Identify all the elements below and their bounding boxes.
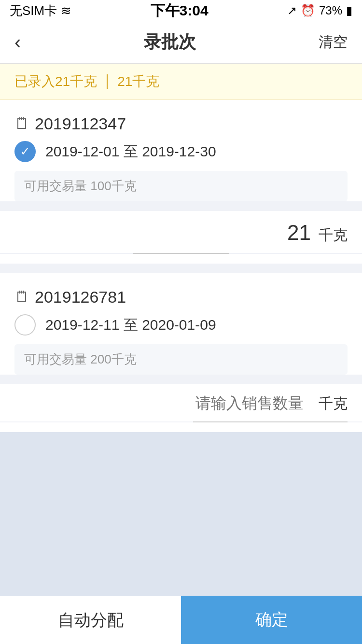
doc-icon-1: 🗒: [14, 115, 30, 133]
batch2-date-range: 2019-12-11 至 2020-01-09: [45, 315, 216, 335]
nav-bar: ‹ 录批次 清空: [0, 21, 362, 64]
clear-button[interactable]: 清空: [319, 32, 348, 52]
doc-icon-2: 🗒: [14, 288, 30, 306]
battery-text: 73%: [319, 4, 342, 17]
batch2-card: 🗒 2019126781 2019-12-11 至 2020-01-09 可用交…: [0, 273, 362, 375]
confirm-button[interactable]: 确定: [181, 596, 362, 644]
batch2-header: 🗒 2019126781: [14, 288, 348, 307]
batch2-unit: 千克: [319, 394, 348, 414]
batch1-card: 🗒 2019112347 ✓ 2019-12-01 至 2019-12-30 可…: [0, 100, 362, 201]
auto-distribute-button[interactable]: 自动分配: [0, 596, 181, 644]
info-divider: [107, 74, 108, 89]
batch1-amount-unit: 千克: [319, 225, 348, 245]
alarm-icon: ⏰: [301, 4, 315, 17]
back-button[interactable]: ‹: [14, 31, 21, 53]
batch2-available-box: 可用交易量 200千克: [14, 344, 348, 375]
batch1-header: 🗒 2019112347: [14, 114, 348, 133]
battery-icon: ▮: [346, 4, 352, 17]
batch1-spacer: [0, 254, 362, 264]
bottom-bar: 自动分配 确定: [0, 596, 362, 644]
recorded-info: 已录入21千克: [14, 72, 97, 91]
batch2-input-row: 千克: [0, 384, 362, 421]
page-title: 录批次: [144, 30, 196, 54]
carrier-text: 无SIM卡: [10, 2, 57, 19]
info-banner: 已录入21千克 21千克: [0, 64, 362, 100]
status-left: 无SIM卡 ≋: [10, 2, 71, 19]
batch1-available-box: 可用交易量 100千克: [14, 171, 348, 201]
batch1-radio[interactable]: ✓: [14, 141, 36, 162]
status-bar: 无SIM卡 ≋ 下午3:04 ↗ ⏰ 73% ▮: [0, 0, 362, 21]
batch2-qty-input[interactable]: [14, 394, 311, 412]
batch1-id: 2019112347: [35, 114, 126, 133]
batch2-row: 2019-12-11 至 2020-01-09: [14, 314, 348, 336]
batch2-spacer: [0, 422, 362, 432]
batch1-amount-value: 21: [287, 221, 311, 245]
batch1-date-range: 2019-12-01 至 2019-12-30: [45, 142, 216, 162]
batch2-id: 2019126781: [35, 288, 126, 307]
status-right: ↗ ⏰ 73% ▮: [287, 4, 352, 17]
batch1-check-icon: ✓: [20, 146, 30, 157]
batch1-amount-row: 21 千克: [0, 211, 362, 253]
status-time: 下午3:04: [151, 1, 209, 21]
batch2-available: 可用交易量 200千克: [24, 352, 137, 366]
total-info: 21千克: [117, 72, 159, 91]
batch1-row: ✓ 2019-12-01 至 2019-12-30: [14, 141, 348, 162]
batch1-available: 可用交易量 100千克: [24, 179, 137, 193]
wifi-icon: ≋: [61, 3, 71, 18]
content-area: 🗒 2019112347 ✓ 2019-12-01 至 2019-12-30 可…: [0, 100, 362, 644]
location-icon: ↗: [287, 4, 297, 17]
card-separator: [0, 264, 362, 273]
batch2-radio[interactable]: [14, 314, 36, 336]
